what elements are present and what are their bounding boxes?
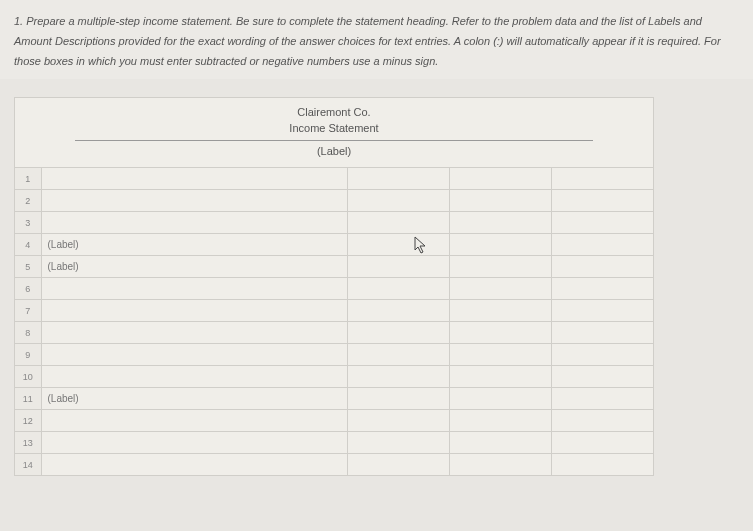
amount-input-cell[interactable] — [449, 366, 551, 388]
amount-input-cell[interactable] — [551, 234, 653, 256]
label-input-cell[interactable] — [41, 432, 347, 454]
amount-input-cell[interactable] — [347, 432, 449, 454]
label-input-cell[interactable] — [41, 168, 347, 190]
table-row: 2 — [15, 190, 654, 212]
row-number: 4 — [15, 234, 42, 256]
table-row: 3 — [15, 212, 654, 234]
statement-header: Clairemont Co. Income Statement (Label) — [14, 97, 654, 167]
row-number: 11 — [15, 388, 42, 410]
amount-input-cell[interactable] — [347, 454, 449, 476]
amount-input-cell[interactable] — [449, 388, 551, 410]
row-number: 5 — [15, 256, 42, 278]
amount-input-cell[interactable] — [347, 278, 449, 300]
amount-input-cell[interactable] — [449, 256, 551, 278]
label-input-cell[interactable]: (Label) — [41, 256, 347, 278]
company-name: Clairemont Co. — [15, 104, 653, 120]
row-number: 10 — [15, 366, 42, 388]
row-number: 3 — [15, 212, 42, 234]
table-row: 12 — [15, 410, 654, 432]
amount-input-cell[interactable] — [347, 234, 449, 256]
row-number: 14 — [15, 454, 42, 476]
amount-input-cell[interactable] — [551, 300, 653, 322]
label-input-cell[interactable] — [41, 454, 347, 476]
income-statement: Clairemont Co. Income Statement (Label) … — [14, 97, 654, 476]
label-input-cell[interactable] — [41, 300, 347, 322]
label-input-cell[interactable] — [41, 278, 347, 300]
amount-input-cell[interactable] — [449, 322, 551, 344]
amount-input-cell[interactable] — [551, 432, 653, 454]
amount-input-cell[interactable] — [347, 212, 449, 234]
amount-input-cell[interactable] — [347, 190, 449, 212]
amount-input-cell[interactable] — [449, 212, 551, 234]
amount-input-cell[interactable] — [551, 366, 653, 388]
amount-input-cell[interactable] — [551, 388, 653, 410]
amount-input-cell[interactable] — [449, 190, 551, 212]
label-input-cell[interactable] — [41, 322, 347, 344]
amount-input-cell[interactable] — [449, 344, 551, 366]
table-row: 9 — [15, 344, 654, 366]
statement-grid: 1234(Label)5(Label)67891011(Label)121314 — [14, 167, 654, 476]
amount-input-cell[interactable] — [551, 212, 653, 234]
label-input-cell[interactable] — [41, 410, 347, 432]
amount-input-cell[interactable] — [347, 300, 449, 322]
amount-input-cell[interactable] — [347, 256, 449, 278]
amount-input-cell[interactable] — [449, 454, 551, 476]
row-number: 1 — [15, 168, 42, 190]
amount-input-cell[interactable] — [449, 410, 551, 432]
amount-input-cell[interactable] — [551, 168, 653, 190]
row-number: 8 — [15, 322, 42, 344]
amount-input-cell[interactable] — [449, 432, 551, 454]
table-row: 8 — [15, 322, 654, 344]
amount-input-cell[interactable] — [551, 278, 653, 300]
amount-input-cell[interactable] — [449, 278, 551, 300]
row-number: 7 — [15, 300, 42, 322]
amount-input-cell[interactable] — [551, 454, 653, 476]
amount-input-cell[interactable] — [551, 190, 653, 212]
statement-title: Income Statement — [15, 120, 653, 136]
row-number: 13 — [15, 432, 42, 454]
label-input-cell[interactable] — [41, 344, 347, 366]
row-number: 6 — [15, 278, 42, 300]
problem-instructions: 1. Prepare a multiple-step income statem… — [0, 0, 753, 79]
label-input-cell[interactable] — [41, 190, 347, 212]
amount-input-cell[interactable] — [551, 344, 653, 366]
period-label-input[interactable]: (Label) — [75, 140, 593, 159]
label-input-cell[interactable]: (Label) — [41, 388, 347, 410]
amount-input-cell[interactable] — [449, 234, 551, 256]
table-row: 5(Label) — [15, 256, 654, 278]
amount-input-cell[interactable] — [449, 300, 551, 322]
amount-input-cell[interactable] — [551, 322, 653, 344]
row-number: 12 — [15, 410, 42, 432]
label-input-cell[interactable]: (Label) — [41, 234, 347, 256]
amount-input-cell[interactable] — [347, 366, 449, 388]
amount-input-cell[interactable] — [551, 256, 653, 278]
row-number: 2 — [15, 190, 42, 212]
table-row: 4(Label) — [15, 234, 654, 256]
amount-input-cell[interactable] — [347, 344, 449, 366]
label-input-cell[interactable] — [41, 366, 347, 388]
table-row: 7 — [15, 300, 654, 322]
amount-input-cell[interactable] — [347, 168, 449, 190]
amount-input-cell[interactable] — [449, 168, 551, 190]
amount-input-cell[interactable] — [347, 410, 449, 432]
label-input-cell[interactable] — [41, 212, 347, 234]
amount-input-cell[interactable] — [347, 388, 449, 410]
table-row: 6 — [15, 278, 654, 300]
table-row: 11(Label) — [15, 388, 654, 410]
table-row: 1 — [15, 168, 654, 190]
table-row: 14 — [15, 454, 654, 476]
table-row: 10 — [15, 366, 654, 388]
amount-input-cell[interactable] — [347, 322, 449, 344]
row-number: 9 — [15, 344, 42, 366]
amount-input-cell[interactable] — [551, 410, 653, 432]
table-row: 13 — [15, 432, 654, 454]
